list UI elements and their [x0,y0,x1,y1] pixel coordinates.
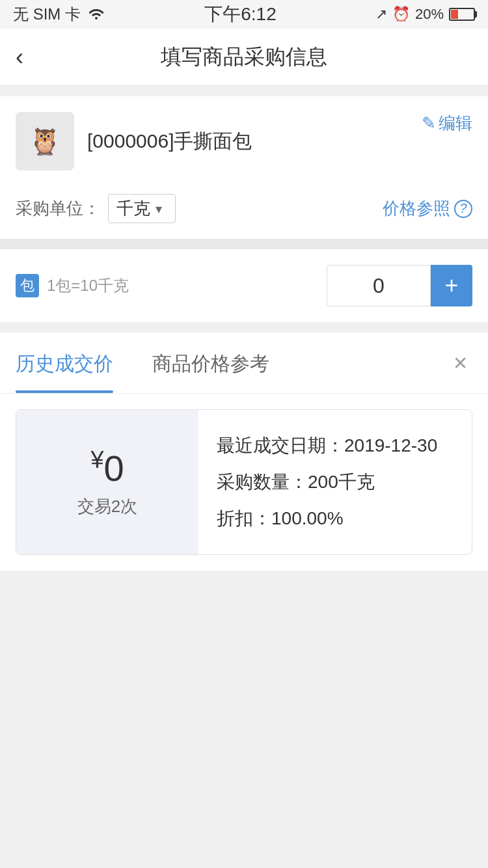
tabs-group: 历史成交价 商品价格参考 [16,332,269,393]
recent-date-label: 最近成交日期： [217,435,344,455]
page-background [0,571,488,868]
discount-label: 折扣： [217,508,271,528]
status-left: 无 SIM 卡 [13,4,105,25]
tab-history-price[interactable]: 历史成交价 [16,332,113,393]
price-reference-button[interactable]: 价格参照 ? [383,197,472,220]
history-card: ¥0 交易2次 最近成交日期：2019-12-30 采购数量：200千克 折扣：… [16,409,472,555]
quantity-input-group: + [327,265,472,306]
wifi-icon [87,5,105,23]
alarm-icon: ⏰ [392,6,410,23]
location-icon: ↗ [375,6,387,23]
product-name: [0000006]手撕面包 [87,128,252,155]
unit-box: 包 [16,274,39,297]
purchase-qty-value: 200千克 [308,472,375,492]
quantity-row: 包 1包=10千克 + [0,249,488,322]
dropdown-arrow-icon: ▾ [156,201,162,217]
product-unit-row: 采购单位： 千克 ▾ 价格参照 ? [16,183,472,239]
quantity-unit: 包 1包=10千克 [16,274,129,297]
panel-content: ¥0 交易2次 最近成交日期：2019-12-30 采购数量：200千克 折扣：… [0,394,488,571]
nav-bar: ‹ 填写商品采购信息 [0,29,488,86]
status-right: ↗ ⏰ 20% [375,6,475,23]
price-ref-label: 价格参照 [383,197,450,220]
unit-label: 采购单位： [16,197,100,220]
edit-icon: ✎ [422,113,436,133]
discount-row: 折扣：100.00% [217,506,454,531]
history-left: ¥0 交易2次 [16,410,198,554]
product-left: 🦉 [0000006]手撕面包 [16,112,252,170]
battery-percent: 20% [415,6,444,23]
page-title: 填写商品采购信息 [161,43,327,72]
tab-product-label: 商品价格参考 [152,353,269,374]
battery-icon [449,8,475,21]
section-divider [0,239,488,249]
status-time: 下午6:12 [204,2,277,27]
unit-value: 千克 [116,197,150,220]
quantity-input[interactable] [327,265,431,306]
carrier-label: 无 SIM 卡 [13,4,81,25]
plus-icon: + [444,272,458,299]
yen-symbol: ¥ [90,446,103,473]
status-bar: 无 SIM 卡 下午6:12 ↗ ⏰ 20% [0,0,488,29]
panel-tabs: 历史成交价 商品价格参考 × [0,332,488,394]
recent-date-value: 2019-12-30 [344,435,437,455]
tab-product-price-ref[interactable]: 商品价格参考 [152,332,269,393]
recent-date-row: 最近成交日期：2019-12-30 [217,433,454,458]
help-icon: ? [454,200,472,218]
unit-conversion: 1包=10千克 [47,275,129,296]
transaction-count: 交易2次 [77,495,137,518]
unit-left: 采购单位： 千克 ▾ [16,194,176,223]
tab-history-label: 历史成交价 [16,353,113,374]
purchase-qty-label: 采购数量： [217,472,308,492]
edit-label: 编辑 [439,112,472,135]
history-right: 最近成交日期：2019-12-30 采购数量：200千克 折扣：100.00% [198,410,472,554]
product-header: 🦉 [0000006]手撕面包 ✎ 编辑 [16,112,472,183]
unit-select-button[interactable]: 千克 ▾ [108,194,176,223]
unit-box-label: 包 [20,276,34,295]
price-value: 0 [103,447,124,488]
quantity-plus-button[interactable]: + [431,265,472,306]
product-thumbnail: 🦉 [16,112,74,170]
edit-button[interactable]: ✎ 编辑 [422,112,472,135]
back-button[interactable]: ‹ [16,44,23,71]
discount-value: 100.00% [271,508,344,528]
history-price: ¥0 [90,446,124,489]
panel-close-button[interactable]: × [448,344,472,382]
purchase-qty-row: 采购数量：200千克 [217,470,454,495]
price-reference-panel: 历史成交价 商品价格参考 × ¥0 交易2次 最近成交日期：2019-12-30… [0,332,488,571]
product-card: 🦉 [0000006]手撕面包 ✎ 编辑 采购单位： 千克 ▾ 价格参照 ? [0,96,488,239]
